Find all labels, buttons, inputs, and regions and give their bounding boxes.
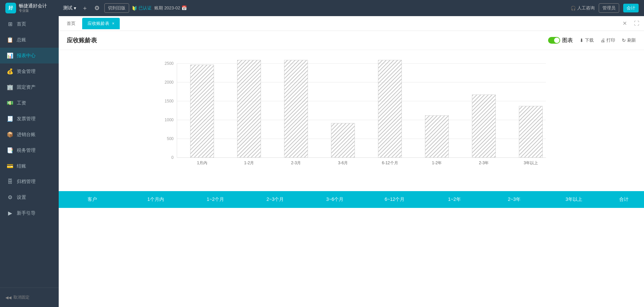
table-header-cell: 1~2个月 <box>185 191 245 208</box>
top-header: 好 畅捷通好会计 专业版 测试 ▾ ＋ ⚙ 切到旧版 🔰 已认证 账期 2023… <box>0 0 644 16</box>
svg-text:1-2月: 1-2月 <box>244 161 254 165</box>
add-button[interactable]: ＋ <box>80 3 90 13</box>
user-button[interactable]: 管理员 <box>599 3 619 13</box>
content-area: 首页 应收账龄表 × ✕ ⛶ 应收账龄表 <box>59 16 644 307</box>
sidebar-item-capital[interactable]: 💰 资金管理 <box>0 63 59 79</box>
print-icon: 🖨 <box>600 38 605 43</box>
tab-expand-button[interactable]: ⛶ <box>632 19 641 28</box>
sidebar-item-invoice[interactable]: 🧾 发票管理 <box>0 111 59 127</box>
sidebar-item-archive[interactable]: 🗄 归档管理 <box>0 174 59 189</box>
table-header-cell: 3~6个月 <box>305 191 365 208</box>
sidebar-icon-checkout: 💳 <box>7 163 13 169</box>
sidebar-icon-capital: 💰 <box>7 68 13 75</box>
sidebar-item-tax[interactable]: 📑 税务管理 <box>0 142 59 158</box>
tab-accounts-aging[interactable]: 应收账龄表 × <box>82 18 120 29</box>
consult-button[interactable]: 🎧 人工咨询 <box>571 5 595 11</box>
refresh-label: 刷新 <box>627 37 636 43</box>
table-header-cell: 客户 <box>59 191 126 208</box>
bar-6 <box>425 116 449 158</box>
sidebar-icon-invoice: 🧾 <box>7 116 13 122</box>
svg-text:1500: 1500 <box>165 99 174 103</box>
tab-home-label: 首页 <box>67 20 75 27</box>
headphone-icon: 🎧 <box>571 6 576 11</box>
chart-area: 0 500 1000 1500 2000 2500 <box>59 50 644 191</box>
consult-label: 人工咨询 <box>577 5 595 11</box>
sidebar-icon-reports: 📊 <box>7 52 13 59</box>
sidebar-label-guide: 新手引导 <box>17 210 36 216</box>
chart-wrapper: 0 500 1000 1500 2000 2500 <box>67 57 636 184</box>
svg-text:500: 500 <box>167 136 173 141</box>
bar-8 <box>519 106 543 158</box>
sidebar-item-home[interactable]: ⊞ 首页 <box>0 16 59 32</box>
dropdown-arrow-icon: ▾ <box>74 5 76 11</box>
sidebar-icon-tax: 📑 <box>7 147 13 154</box>
toggle-knob <box>554 38 559 43</box>
sidebar-item-inventory[interactable]: 📦 进销台账 <box>0 127 59 142</box>
app-name: 畅捷通好会计 <box>19 3 47 9</box>
refresh-button[interactable]: ↻ 刷新 <box>622 37 636 43</box>
sidebar-item-reports[interactable]: 📊 报表中心 <box>0 48 59 63</box>
sidebar-item-fixed-assets[interactable]: 🏢 固定资产 <box>0 79 59 95</box>
sidebar-label-general-ledger: 总账 <box>17 37 26 43</box>
print-label: 打印 <box>606 37 615 43</box>
page-content: 应收账龄表 图表 ⬇ 下载 🖨 <box>59 31 644 307</box>
bar-2 <box>237 60 261 158</box>
sidebar-item-general-ledger[interactable]: 📋 总账 <box>0 32 59 48</box>
table-header-cell: 3年以上 <box>544 191 604 208</box>
svg-text:3年以上: 3年以上 <box>524 161 538 165</box>
svg-text:0: 0 <box>171 155 174 160</box>
table-header-cell: 2~3个月 <box>245 191 305 208</box>
svg-text:2-3月: 2-3月 <box>291 161 301 165</box>
toggle-track[interactable] <box>548 37 560 44</box>
sidebar-item-checkout[interactable]: 💳 结账 <box>0 158 59 174</box>
certified-badge: 🔰 已认证 <box>132 5 152 11</box>
certified-text: 已认证 <box>139 5 152 11</box>
switch-version-button[interactable]: 切到旧版 <box>104 3 129 13</box>
period-label: 账期 <box>154 5 163 10</box>
table-header-cell: 1个月内 <box>126 191 185 208</box>
tab-bar: 首页 应收账龄表 × ✕ ⛶ <box>59 16 644 31</box>
chart-toggle-label: 图表 <box>562 37 573 44</box>
calendar-icon[interactable]: 📅 <box>181 5 187 10</box>
bar-3 <box>284 60 308 158</box>
svg-text:2500: 2500 <box>165 61 174 66</box>
table-header-cell: 合计 <box>604 191 644 208</box>
bar-4 <box>331 123 355 158</box>
settings-icon-button[interactable]: ⚙ <box>92 3 102 13</box>
tab-home[interactable]: 首页 <box>61 18 81 29</box>
logo-area: 好 畅捷通好会计 专业版 <box>5 3 59 13</box>
print-button[interactable]: 🖨 打印 <box>600 37 615 43</box>
download-button[interactable]: ⬇ 下载 <box>580 37 594 43</box>
chart-toggle[interactable]: 图表 <box>548 37 573 44</box>
sidebar-item-settings[interactable]: ⚙ 设置 <box>0 189 59 205</box>
main-layout: ⊞ 首页 📋 总账 📊 报表中心 💰 资金管理 🏢 固定资产 💵 工资 🧾 发票… <box>0 16 644 307</box>
svg-text:1000: 1000 <box>165 118 174 122</box>
bar-1 <box>191 65 214 158</box>
svg-text:1-2年: 1-2年 <box>432 161 442 165</box>
tab-close-button[interactable]: ✕ <box>620 19 629 28</box>
sidebar-icon-general-ledger: 📋 <box>7 37 13 43</box>
report-title: 应收账龄表 <box>67 36 97 44</box>
accountant-button[interactable]: 会计 <box>623 4 639 12</box>
sidebar-label-archive: 归档管理 <box>17 179 36 185</box>
shield-icon: 🔰 <box>132 6 137 11</box>
tab-close-icon[interactable]: × <box>112 21 114 26</box>
tab-active-label: 应收账龄表 <box>88 20 109 27</box>
period-info: 账期 2023-02 📅 <box>154 5 187 11</box>
svg-text:1月内: 1月内 <box>197 161 207 165</box>
sidebar-item-guide[interactable]: ▶ 新手引导 <box>0 205 59 221</box>
table-header-cell: 2~3年 <box>484 191 544 208</box>
sidebar-label-home: 首页 <box>17 21 26 27</box>
logo-text-block: 畅捷通好会计 专业版 <box>19 3 47 13</box>
sidebar-icon-fixed-assets: 🏢 <box>7 84 13 90</box>
sidebar: ⊞ 首页 📋 总账 📊 报表中心 💰 资金管理 🏢 固定资产 💵 工资 🧾 发票… <box>0 16 59 307</box>
sidebar-icon-home: ⊞ <box>7 21 13 27</box>
sidebar-label-settings: 设置 <box>17 194 26 201</box>
project-selector[interactable]: 测试 ▾ <box>63 5 76 11</box>
sidebar-item-wages[interactable]: 💵 工资 <box>0 95 59 111</box>
sidebar-label-wages: 工资 <box>17 100 26 106</box>
report-container: 应收账龄表 图表 ⬇ 下载 🖨 <box>59 31 644 307</box>
unpin-button[interactable]: ◀◀ 取消固定 <box>0 291 59 304</box>
sidebar-icon-archive: 🗄 <box>7 179 13 185</box>
svg-text:3-6月: 3-6月 <box>338 161 348 165</box>
